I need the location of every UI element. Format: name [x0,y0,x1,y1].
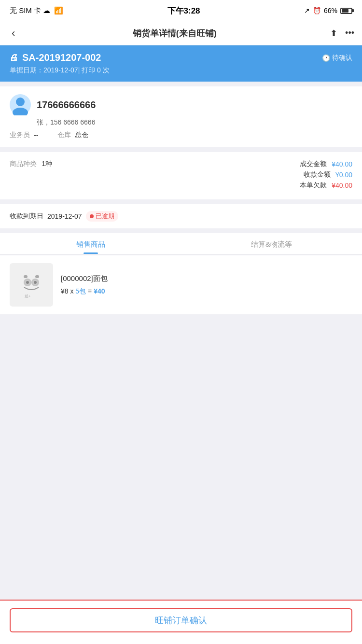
overdue-badge: 已逾期 [86,211,118,222]
svg-rect-9 [35,275,39,278]
order-header: 🖨 SA-20191207-002 🕐 待确认 单据日期：2019-12-07|… [0,45,362,82]
page-title: 销货单详情(来自旺铺) [133,28,217,39]
share-icon[interactable]: ⬆ [330,28,337,39]
battery-icon [340,8,352,14]
product-price: ¥8 x 5包 = ¥40 [61,287,352,296]
warehouse-label: 仓库 [57,131,71,140]
summary-section: 商品种类 1种 成交金额 ¥40.00 收款金额 ¥0.00 本单欠款 ¥40.… [0,152,362,199]
tab-sales-products[interactable]: 销售商品 [0,233,181,254]
avatar [10,94,31,115]
status-bar: 无 SIM 卡 ☁ 📶 下午3:28 ↗ ⏰ 66% [0,0,362,21]
clock-icon: 🕐 [322,54,330,62]
product-item: 超+ [0000002]面包 ¥8 x 5包 = ¥40 [10,263,352,307]
summary-right: 成交金额 ¥40.00 收款金额 ¥0.00 本单欠款 ¥40.00 [300,160,352,192]
due-section: 收款到期日 2019-12-07 已逾期 [0,204,362,228]
order-id: 🖨 SA-20191207-002 [10,52,101,63]
order-status: 🕐 待确认 [322,54,352,62]
svg-point-1 [13,108,28,115]
payment-value: ¥0.00 [335,171,352,179]
nav-actions: ⬆ ••• [330,28,354,39]
status-time: 下午3:28 [167,5,200,16]
product-type-value: 1种 [42,160,52,168]
transaction-label: 成交金额 [300,160,327,168]
more-icon[interactable]: ••• [345,28,354,38]
svg-point-7 [34,281,37,284]
transaction-value: ¥40.00 [332,160,352,168]
svg-rect-8 [24,275,28,278]
product-section: 超+ [0000002]面包 ¥8 x 5包 = ¥40 [0,255,362,314]
product-name: [0000002]面包 [61,274,352,283]
bottom-space [0,314,362,372]
salesman-label: 业务员 [10,131,30,140]
order-date: 单据日期：2019-12-07| 打印 0 次 [10,66,352,75]
product-qty: 5包 [75,287,86,295]
svg-text:超+: 超+ [25,294,31,298]
tab-settlement-logistics[interactable]: 结算&物流等 [181,233,362,254]
customer-section: 17666666666 张，156 6666 6666 业务员 -- 仓库 总仓 [0,86,362,147]
warehouse-value: 总仓 [75,131,88,140]
order-icon: 🖨 [10,53,18,63]
sim-label: 无 SIM 卡 ☁ [10,6,50,15]
balance-value: ¥40.00 [332,182,352,189]
salesman-value: -- [34,131,38,139]
product-info: [0000002]面包 ¥8 x 5包 = ¥40 [61,274,352,296]
status-left: 无 SIM 卡 ☁ 📶 [10,6,63,15]
product-total: ¥40 [94,287,105,295]
customer-meta: 业务员 -- 仓库 总仓 [10,131,352,140]
svg-point-0 [16,98,25,106]
due-date: 2019-12-07 [47,212,82,220]
alarm-icon: ⏰ [313,7,321,14]
due-label: 收款到期日 [10,212,43,221]
product-type-label: 商品种类 [10,160,37,168]
svg-point-6 [26,281,29,284]
confirm-order-button[interactable]: 旺铺订单确认 [10,608,352,632]
location-icon: ↗ [304,7,310,14]
payment-label: 收款金额 [304,170,331,179]
back-button[interactable]: ‹ [8,23,19,43]
wifi-icon: 📶 [54,6,63,15]
tabs-section: 销售商品 结算&物流等 [0,233,362,254]
confirm-btn-wrap: 旺铺订单确认 [0,600,362,644]
balance-label: 本单欠款 [300,181,327,190]
customer-name: 张，156 6666 6666 [37,118,352,127]
battery-percent: 66% [324,7,337,14]
customer-phone: 17666666666 [37,99,96,111]
status-right: ↗ ⏰ 66% [304,7,352,14]
product-thumbnail: 超+ [10,263,53,307]
overdue-text: 已逾期 [96,212,114,221]
nav-bar: ‹ 销货单详情(来自旺铺) ⬆ ••• [0,21,362,45]
overdue-dot [90,214,94,218]
